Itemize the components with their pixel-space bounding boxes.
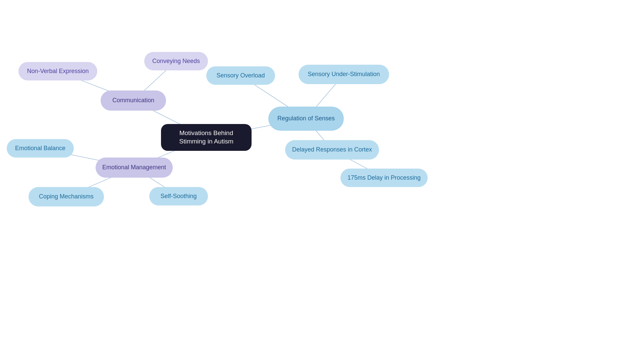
coping-mechanisms-node: Coping Mechanisms bbox=[29, 187, 104, 206]
delay-175ms-node: 175ms Delay in Processing bbox=[340, 169, 428, 187]
center-node: Motivations Behind Stimming in Autism bbox=[161, 124, 252, 151]
non-verbal-expression-node: Non-Verbal Expression bbox=[18, 62, 97, 80]
delayed-responses-node: Delayed Responses in Cortex bbox=[285, 140, 379, 160]
emotional-management-node: Emotional Management bbox=[96, 158, 173, 178]
conveying-needs-node: Conveying Needs bbox=[144, 52, 208, 70]
self-soothing-node: Self-Soothing bbox=[149, 187, 208, 205]
emotional-balance-node: Emotional Balance bbox=[7, 139, 74, 158]
sensory-under-stimulation-node: Sensory Under-Stimulation bbox=[299, 65, 389, 84]
communication-node: Communication bbox=[101, 90, 166, 111]
regulation-of-senses-node: Regulation of Senses bbox=[268, 107, 344, 131]
sensory-overload-node: Sensory Overload bbox=[206, 66, 275, 85]
